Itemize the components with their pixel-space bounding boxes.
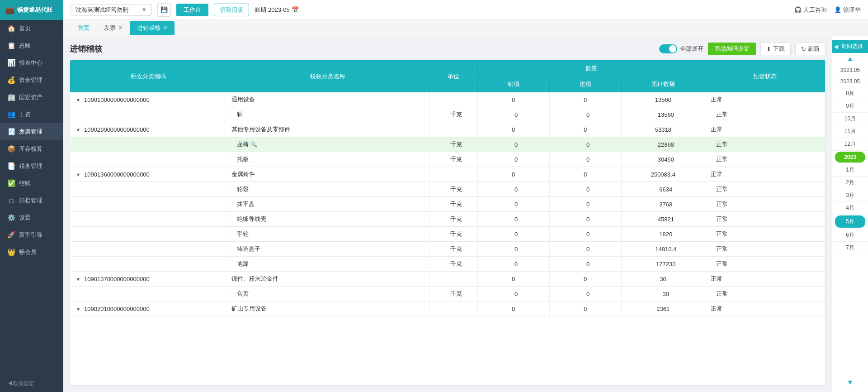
- cell-purchase: 0: [549, 197, 621, 212]
- period-item[interactable]: 3月: [832, 189, 868, 202]
- refresh-icon: ↻: [801, 46, 806, 53]
- sidebar-label-inventory: 库存核算: [19, 145, 42, 153]
- cell-sales: 0: [477, 182, 549, 197]
- cell-total: 2361: [621, 301, 705, 316]
- cell-name: 铸造盖子: [226, 242, 429, 257]
- service-button[interactable]: 🎧 人工咨询: [794, 6, 827, 14]
- cell-code: ▼ 10901000000000000000: [71, 92, 226, 107]
- inventory-icon: 📦: [7, 145, 15, 153]
- archive-icon: 🗂: [7, 197, 15, 205]
- cell-total: 177230: [621, 257, 705, 272]
- toggle-track[interactable]: [659, 44, 677, 53]
- unpin-button[interactable]: ◀取消固定: [0, 375, 63, 392]
- user-menu[interactable]: 👤 徐泽华: [834, 6, 861, 14]
- period-item[interactable]: 12月: [832, 138, 868, 151]
- cell-sales: 0: [477, 122, 549, 137]
- period-item[interactable]: 8月: [832, 87, 868, 100]
- sidebar-item-assets[interactable]: 🏢 固定资产: [0, 89, 63, 106]
- tab-home[interactable]: 首页: [71, 21, 97, 35]
- cell-unit: [429, 272, 477, 287]
- collapse-icon[interactable]: ▼: [76, 97, 81, 103]
- sidebar-item-tax[interactable]: 📑 税务管理: [0, 158, 63, 175]
- period-label: 账期: [255, 6, 266, 14]
- period-info: 账期 2023-05 📅: [255, 6, 299, 14]
- headset-icon: 🎧: [794, 6, 802, 13]
- table-row: 铸造盖子 千克 0 0 14810.4 正常: [71, 242, 825, 257]
- tab-invoice[interactable]: 发票 ✕: [97, 21, 130, 35]
- cell-unit: 千克: [429, 107, 477, 122]
- close-invoice-tab-icon[interactable]: ✕: [118, 25, 123, 31]
- period-item[interactable]: 2023.05: [832, 65, 868, 76]
- sidebar-item-payroll[interactable]: 👥 工资: [0, 106, 63, 123]
- cell-name: 地漏: [226, 257, 429, 272]
- app-logo: 💼 畅捷通易代账: [0, 0, 63, 20]
- guide-icon: 🚀: [7, 231, 15, 239]
- collapse-icon[interactable]: ▼: [76, 306, 81, 312]
- toggle-label: 全部展开: [680, 45, 703, 53]
- cell-status: 正常: [705, 257, 825, 272]
- sidebar-item-reports[interactable]: 📊 报表中心: [0, 54, 63, 72]
- tab-reconcile-label: 进销稽核: [137, 24, 160, 32]
- sidebar-item-member[interactable]: 👑 畅会员: [0, 244, 63, 261]
- payroll-icon: 👥: [7, 110, 15, 119]
- period-item[interactable]: 2月: [832, 177, 868, 189]
- tab-reconcile[interactable]: 进销稽核 ✕: [130, 21, 175, 35]
- period-item[interactable]: 11月: [832, 125, 868, 138]
- sidebar-item-ledger[interactable]: 📋 总账: [0, 37, 63, 54]
- cell-code: ▼ 10901370000000000000: [71, 272, 226, 287]
- sidebar-item-settings[interactable]: ⚙️ 设置: [0, 209, 63, 226]
- cell-name: 托板: [226, 152, 429, 167]
- sidebar-item-close[interactable]: ✅ 结账: [0, 175, 63, 192]
- period-item[interactable]: 1月: [832, 164, 868, 177]
- expand-toggle[interactable]: 全部展开: [659, 44, 703, 53]
- cell-name: 矿山专用设备: [226, 301, 429, 316]
- sidebar-item-inventory[interactable]: 📦 库存核算: [0, 140, 63, 158]
- calendar-icon[interactable]: 📅: [292, 6, 299, 13]
- cell-sales: 0: [477, 212, 549, 227]
- period-panel-header[interactable]: ◀ 期间选择: [832, 40, 868, 53]
- period-item[interactable]: 4月: [832, 202, 868, 215]
- collapse-icon[interactable]: ▼: [76, 277, 81, 282]
- period-item[interactable]: 7月: [832, 242, 868, 254]
- period-down-button[interactable]: ▼: [832, 377, 868, 388]
- period-item-active[interactable]: 5月: [835, 215, 865, 228]
- cell-total: 1820: [621, 227, 705, 242]
- download-button[interactable]: ⬇ 下载: [760, 43, 791, 55]
- refresh-button[interactable]: ↻ 刷新: [795, 43, 826, 55]
- save-icon-button[interactable]: 💾: [157, 3, 171, 17]
- cell-name: 金属铸件: [226, 167, 429, 182]
- sidebar-item-home[interactable]: 🏠 首页: [0, 20, 63, 37]
- sidebar-item-funds[interactable]: 💰 资金管理: [0, 72, 63, 89]
- period-item[interactable]: 6月: [832, 229, 868, 242]
- sidebar-label-assets: 固定资产: [19, 93, 42, 101]
- search-icon[interactable]: 🔍: [250, 141, 257, 148]
- period-item[interactable]: 10月: [832, 113, 868, 125]
- download-label: 下载: [773, 45, 785, 53]
- cell-total: 30: [621, 287, 705, 301]
- funds-icon: 💰: [7, 76, 15, 84]
- cell-purchase: 0: [549, 167, 621, 182]
- sidebar-label-tax: 税务管理: [19, 162, 42, 170]
- period-up-button[interactable]: ▲: [832, 53, 868, 65]
- product-code-button[interactable]: 商品编码设置: [708, 43, 756, 55]
- close-reconcile-tab-icon[interactable]: ✕: [163, 25, 167, 31]
- company-selector[interactable]: 沈海英测试经营勿删 ▼: [71, 4, 152, 16]
- period-item[interactable]: 2023.05: [832, 76, 868, 87]
- period-item[interactable]: 9月: [832, 100, 868, 113]
- sidebar-item-guide[interactable]: 🚀 新手引导: [0, 226, 63, 244]
- cell-code: [71, 287, 226, 301]
- sidebar-item-invoice[interactable]: 🧾 发票管理: [0, 123, 63, 140]
- cell-unit: [429, 167, 477, 182]
- switch-version-button[interactable]: 切到旧版: [214, 4, 249, 16]
- sidebar-item-archive[interactable]: 🗂 归档管理: [0, 192, 63, 209]
- collapse-icon[interactable]: ▼: [76, 127, 81, 133]
- table-row: 抹平盘 千克 0 0 3768 正常: [71, 197, 825, 212]
- cell-code: [71, 197, 226, 212]
- header-actions: 全部展开 商品编码设置 ⬇ 下载 ↻ 刷新: [659, 43, 826, 55]
- invoice-icon: 🧾: [7, 128, 15, 136]
- collapse-icon[interactable]: ▼: [76, 172, 81, 177]
- ledger-icon: 📋: [7, 42, 15, 50]
- cell-total: 13560: [621, 92, 705, 107]
- workbench-button[interactable]: 工作台: [176, 4, 208, 16]
- right-panel: ◀ 期间选择 ▲ 2023.05 2023.05 8月 9月 10月 11月 1…: [832, 36, 868, 392]
